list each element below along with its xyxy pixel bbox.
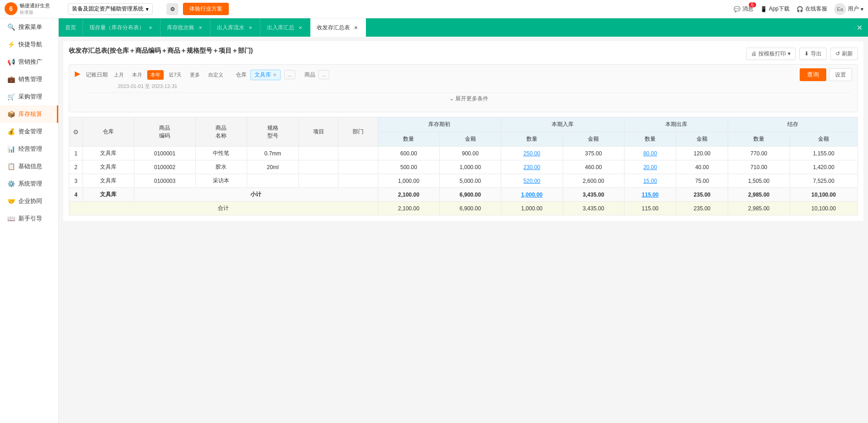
- sidebar-item-quicknav[interactable]: ⚡ 快捷导航: [0, 36, 58, 53]
- tab-close-inventory-dist[interactable]: ✕: [147, 24, 154, 31]
- subtotal-in-qty: 1,000.00: [501, 188, 563, 202]
- date-btn-more[interactable]: 更多: [187, 70, 203, 80]
- app-download-item[interactable]: 📱 App下载: [760, 5, 790, 13]
- expand-more-btn[interactable]: ⌄ 展开更多条件: [86, 93, 852, 104]
- total-open-qty: 2,100.00: [378, 202, 439, 215]
- th-out-amt: 金额: [676, 132, 728, 147]
- sidebar-item-guide[interactable]: 📖 新手引导: [0, 210, 58, 227]
- th-project: 项目: [299, 117, 338, 147]
- filter-section: ▶ 记账日期 上月 本月 本年 近7天: [75, 68, 852, 104]
- export-label: 导出: [811, 50, 822, 58]
- query-button[interactable]: 查询: [800, 68, 826, 81]
- row-in-qty[interactable]: 230.00: [501, 160, 563, 174]
- settings-gear-icon[interactable]: ⚙: [166, 3, 178, 15]
- row-project: [299, 160, 338, 174]
- tab-inout-flow[interactable]: 出入库流水 ✕: [210, 18, 260, 37]
- print-button[interactable]: 🖨 按模板打印 ▾: [746, 48, 796, 60]
- row-no: 2: [69, 160, 83, 174]
- th-in-amt: 金额: [563, 132, 624, 147]
- tab-bar: 首页 现存量（库存分布表） ✕ 库存批次账 ✕ 出入库流水 ✕ 出入库汇总 ✕ …: [59, 18, 868, 37]
- sidebar-item-inventory[interactable]: 📦 库存核算: [0, 105, 58, 123]
- subtotal-open-amt: 6,900.00: [439, 188, 501, 202]
- row-no: 1: [69, 147, 83, 160]
- tab-close-batch[interactable]: ✕: [197, 24, 204, 31]
- row-in-qty[interactable]: 520.00: [501, 174, 563, 188]
- user-dropdown-icon: ▾: [861, 6, 863, 12]
- sidebar-item-system[interactable]: ⚙️ 系统管理: [0, 175, 58, 192]
- logo-line2: 标准版: [20, 9, 50, 16]
- row-out-amt: 120.00: [676, 147, 728, 160]
- sidebar-label-finance: 资金管理: [18, 127, 42, 136]
- filter-expand-arrow[interactable]: ▶: [75, 69, 80, 78]
- sidebar-item-sales[interactable]: 💼 销售管理: [0, 71, 58, 88]
- dropdown-arrow-icon: ▾: [146, 6, 149, 12]
- th-balance-group: 结存: [728, 117, 858, 132]
- date-btn-thisyear[interactable]: 本年: [147, 70, 164, 80]
- row-in-amt: 460.00: [563, 160, 624, 174]
- row-department: [338, 160, 378, 174]
- warehouse-tag-close[interactable]: ✕: [273, 72, 276, 77]
- th-department: 部门: [338, 117, 378, 147]
- sidebar-item-finance[interactable]: 💰 资金管理: [0, 123, 58, 140]
- tab-inout-summary[interactable]: 出入库汇总 ✕: [260, 18, 310, 37]
- row-warehouse: 文具库: [83, 160, 134, 174]
- tab-inventory-dist[interactable]: 现存量（库存分布表） ✕: [83, 18, 160, 37]
- subtotal-warehouse: 文具库: [83, 188, 134, 202]
- sidebar-item-basic-info[interactable]: 📋 基础信息: [0, 158, 58, 175]
- filter-bar: ▶ 记账日期 上月 本月 本年 近7天: [69, 64, 858, 112]
- row-in-amt: 375.00: [563, 147, 624, 160]
- th-settings: ⚙: [69, 117, 83, 147]
- export-icon: ⬇: [804, 50, 809, 57]
- user-item[interactable]: Ea 用户 ▾: [834, 3, 863, 15]
- content-area: 首页 现存量（库存分布表） ✕ 库存批次账 ✕ 出入库流水 ✕ 出入库汇总 ✕ …: [59, 18, 868, 423]
- settings-button[interactable]: 设置: [829, 68, 852, 81]
- row-open-amt: 5,000.00: [439, 174, 501, 188]
- goods-more-btn[interactable]: ...: [318, 70, 329, 79]
- date-btn-group: 上月 本月 本年 近7天 更多 自定义: [111, 70, 227, 80]
- sidebar-item-purchase[interactable]: 🛒 采购管理: [0, 88, 58, 105]
- finance-icon: 💰: [7, 128, 15, 135]
- row-bal-qty: 1,505.00: [728, 174, 790, 188]
- tab-batch[interactable]: 库存批次账 ✕: [160, 18, 210, 37]
- tab-close-receive-summary[interactable]: ✕: [353, 24, 359, 31]
- sidebar-item-search[interactable]: 🔍 搜索菜单: [0, 18, 58, 36]
- tab-bar-close-btn[interactable]: ✕: [851, 23, 868, 32]
- subtotal-open-qty: 2,100.00: [378, 188, 439, 202]
- sidebar-item-marketing[interactable]: 📢 营销推广: [0, 53, 58, 71]
- row-out-qty[interactable]: 20.00: [624, 160, 676, 174]
- date-btn-custom[interactable]: 自定义: [205, 70, 227, 80]
- system-selector[interactable]: 装备及固定资产辅助管理系统 ▾: [68, 3, 153, 15]
- online-service-label: 在线客服: [805, 5, 827, 13]
- date-filter-label: 记账日期: [86, 71, 108, 79]
- th-sku-code: 商品编码: [134, 117, 195, 147]
- tab-batch-label: 库存批次账: [167, 24, 194, 32]
- tab-close-inout-flow[interactable]: ✕: [247, 24, 254, 31]
- sidebar-item-collab[interactable]: 🤝 企业协同: [0, 192, 58, 210]
- data-table: ⚙ 仓库 商品编码 商品名称 规格型号 项目 部门 库存期初 本期入库 本期出: [69, 117, 858, 215]
- total-bal-amt: 10,100.00: [790, 202, 857, 215]
- table-gear-icon[interactable]: ⚙: [73, 128, 79, 136]
- total-row: 合计 2,100.00 6,900.00 1,000.00 3,435.00 1…: [69, 202, 858, 215]
- top-right-area: 💬 消息 6 📱 App下载 🎧 在线客服 Ea 用户 ▾: [734, 3, 863, 15]
- tab-home[interactable]: 首页: [59, 18, 83, 37]
- sidebar-item-operations[interactable]: 📊 经营管理: [0, 140, 58, 158]
- date-btn-lastmonth[interactable]: 上月: [111, 70, 127, 80]
- row-out-amt: 75.00: [676, 174, 728, 188]
- print-dropdown-icon: ▾: [788, 50, 791, 57]
- date-btn-7days[interactable]: 近7天: [166, 70, 185, 80]
- warehouse-more-btn[interactable]: ...: [284, 70, 295, 79]
- row-open-amt: 900.00: [439, 147, 501, 160]
- refresh-button[interactable]: ↺ 刷新: [830, 48, 858, 60]
- row-in-qty[interactable]: 250.00: [501, 147, 563, 160]
- tab-close-inout-summary[interactable]: ✕: [297, 24, 304, 31]
- tab-receive-summary[interactable]: 收发存汇总表 ✕: [310, 18, 366, 37]
- row-out-qty[interactable]: 15.00: [624, 174, 676, 188]
- total-out-qty: 115.00: [624, 202, 676, 215]
- date-btn-thismonth[interactable]: 本月: [129, 70, 145, 80]
- online-service-item[interactable]: 🎧 在线客服: [796, 5, 827, 13]
- th-bal-amt: 金额: [790, 132, 857, 147]
- trial-button[interactable]: 体验行业方案: [183, 3, 229, 15]
- export-button[interactable]: ⬇ 导出: [799, 48, 827, 60]
- message-item[interactable]: 💬 消息 6: [734, 5, 753, 13]
- row-out-qty[interactable]: 80.00: [624, 147, 676, 160]
